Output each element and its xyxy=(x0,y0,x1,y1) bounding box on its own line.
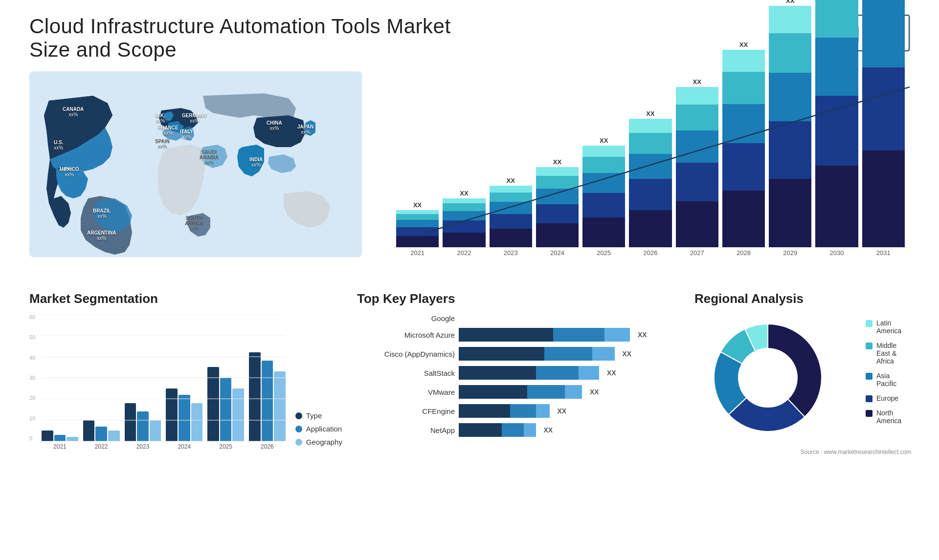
reg-legend-dot xyxy=(866,395,872,402)
player-xx-label: XX xyxy=(638,331,647,339)
player-bar-segment xyxy=(527,385,565,399)
bar-group: XX xyxy=(862,0,905,247)
seg-chart-wrap: 60 50 40 30 20 10 0 xyxy=(29,314,342,461)
bar-group: XX xyxy=(396,201,439,247)
bar-segment xyxy=(722,104,765,144)
bar-top-label: XX xyxy=(553,158,561,166)
bar-segment xyxy=(443,198,485,204)
bars-container: XXXXXXXXXXXXXXXXXXXXXX xyxy=(381,71,910,247)
bar-stack xyxy=(629,119,671,247)
reg-legend-item: Middle East & Africa xyxy=(866,342,901,365)
regional-title: Regional Analysis xyxy=(694,291,911,306)
player-bar-segment xyxy=(459,385,527,399)
bar-x-label: 2024 xyxy=(536,249,579,257)
player-name: CFEngine xyxy=(357,407,455,415)
bar-top-label: XX xyxy=(646,110,654,117)
seg-bar-segment xyxy=(125,403,136,441)
seg-legend-label: Geography xyxy=(306,438,342,446)
bar-stack xyxy=(396,210,439,247)
player-bar-segment xyxy=(502,423,524,437)
player-bar-segment xyxy=(544,347,592,361)
player-xx-label: XX xyxy=(590,388,599,396)
player-bar-wrap xyxy=(459,328,630,342)
map-label-brazil: BRAZILxx% xyxy=(93,208,111,219)
page-title: Cloud Infrastructure Automation Tools Ma… xyxy=(29,15,470,62)
bar-top-label: XX xyxy=(600,137,608,144)
bar-segment xyxy=(443,211,485,221)
bar-segment xyxy=(582,193,625,217)
bar-group: XX xyxy=(536,158,579,247)
seg-legend: TypeApplicationGeography xyxy=(295,411,342,446)
bar-stack xyxy=(443,198,485,247)
player-bar-segment xyxy=(579,366,599,380)
reg-legend-dot xyxy=(866,320,872,327)
map-label-mexico: MEXICOxx% xyxy=(60,167,79,177)
seg-x-label: 2026 xyxy=(249,443,286,450)
bar-group: XX xyxy=(490,177,532,247)
player-bar-segment xyxy=(459,328,553,342)
donut-chart xyxy=(704,314,831,441)
bar-segment xyxy=(536,204,579,224)
bar-segment xyxy=(629,210,671,247)
reg-legend-dot xyxy=(866,343,872,349)
map-label-india: INDIAxx% xyxy=(249,157,263,168)
bar-x-label: 2031 xyxy=(862,249,905,257)
seg-chart: 60 50 40 30 20 10 0 xyxy=(29,314,286,461)
bottom-section: Market Segmentation 60 50 40 30 20 10 0 xyxy=(29,291,910,461)
map-label-argentina: ARGENTINAxx% xyxy=(87,230,116,241)
bar-segment xyxy=(722,191,765,247)
seg-legend-item: Type xyxy=(295,411,342,420)
reg-legend-item: Latin America xyxy=(866,319,901,335)
bar-segment xyxy=(629,154,671,179)
player-row: Google xyxy=(357,314,680,323)
bar-top-label: XX xyxy=(739,41,748,48)
bar-x-label: 2021 xyxy=(396,249,439,257)
bar-segment xyxy=(815,166,858,247)
page: Cloud Infrastructure Automation Tools Ma… xyxy=(0,0,939,560)
bar-segment xyxy=(629,179,671,210)
bar-segment xyxy=(769,73,811,121)
seg-bar-segment xyxy=(137,411,149,441)
segmentation-title: Market Segmentation xyxy=(29,291,342,306)
bar-segment xyxy=(862,67,905,151)
seg-x-label: 2023 xyxy=(125,443,161,450)
bar-stack xyxy=(490,186,532,247)
reg-legend-item: Europe xyxy=(866,394,901,402)
reg-legend-label: North America xyxy=(876,409,901,425)
player-bar-inner xyxy=(459,347,615,361)
reg-legend-item: Asia Pacific xyxy=(866,372,901,388)
bar-segment xyxy=(676,163,718,201)
bar-top-label: XX xyxy=(786,0,794,4)
seg-legend-item: Application xyxy=(295,425,342,433)
reg-legend-dot xyxy=(866,373,872,380)
bar-segment xyxy=(769,6,811,33)
bar-x-label: 2022 xyxy=(443,249,485,257)
reg-legend-label: Latin America xyxy=(876,319,901,335)
player-row: Microsoft AzureXX xyxy=(357,328,680,342)
seg-bar-segment xyxy=(54,435,66,441)
bar-segment xyxy=(443,233,485,247)
seg-bar-segment xyxy=(42,431,53,441)
seg-bar-segment xyxy=(95,427,107,441)
bar-x-label: 2030 xyxy=(815,249,858,257)
seg-bars xyxy=(42,314,286,441)
reg-legend-label: Europe xyxy=(876,394,898,402)
seg-x-label: 2021 xyxy=(42,443,78,450)
bar-segment xyxy=(629,119,671,133)
player-bar-inner xyxy=(459,328,630,342)
player-bar-segment xyxy=(510,404,536,418)
bar-segment xyxy=(536,176,579,189)
map-label-canada: CANADAxx% xyxy=(63,107,84,117)
regional-content: Latin AmericaMiddle East & AfricaAsia Pa… xyxy=(694,314,911,441)
bar-segment xyxy=(769,121,811,179)
bar-segment xyxy=(676,130,718,162)
map-section: CANADAxx% U.S.xx% MEXICOxx% BRAZILxx% AR… xyxy=(29,71,362,277)
player-name: Google xyxy=(357,314,455,323)
seg-x-label: 2025 xyxy=(207,443,244,450)
bar-top-label: XX xyxy=(506,177,514,184)
player-bar-segment xyxy=(536,366,579,380)
bar-segment xyxy=(582,173,625,193)
player-xx-label: XX xyxy=(558,407,567,415)
bar-chart: XXXXXXXXXXXXXXXXXXXXXX 20212022202320242… xyxy=(381,71,910,277)
bar-segment xyxy=(722,143,765,191)
